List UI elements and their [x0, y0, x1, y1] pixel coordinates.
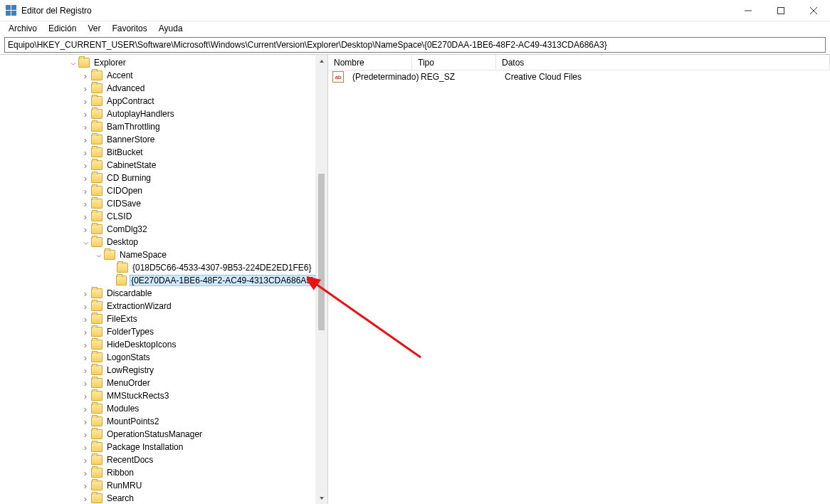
tree-item-label: FolderTypes [105, 326, 155, 337]
expand-icon[interactable] [80, 160, 91, 171]
tree-item[interactable]: BannerStore [0, 133, 315, 146]
expand-icon[interactable] [80, 109, 91, 120]
folder-icon [91, 455, 103, 465]
folder-icon [91, 352, 103, 362]
expand-icon[interactable] [80, 416, 91, 427]
expand-icon[interactable] [80, 493, 91, 504]
expand-icon[interactable] [80, 224, 91, 235]
string-value-icon: ab [332, 71, 344, 83]
tree-item[interactable]: CIDSave [0, 197, 315, 210]
tree-item[interactable]: AppContract [0, 95, 315, 107]
expand-icon[interactable] [80, 199, 91, 209]
col-datos[interactable]: Datos [496, 55, 830, 70]
expand-icon[interactable] [80, 301, 91, 312]
tree-item[interactable]: MenuOrder [0, 377, 315, 389]
expand-icon[interactable] [80, 327, 91, 337]
tree-item[interactable]: RecentDocs [0, 453, 315, 466]
scroll-up-icon[interactable] [315, 55, 327, 67]
collapse-icon[interactable] [80, 237, 91, 247]
tree-item-label: MountPoints2 [105, 416, 160, 427]
tree-item[interactable]: LowRegistry [0, 364, 315, 377]
expand-icon[interactable] [80, 173, 91, 184]
menu-edicion[interactable]: Edición [43, 22, 82, 35]
expand-icon[interactable] [80, 96, 91, 107]
expand-icon[interactable] [80, 314, 91, 325]
expand-icon[interactable] [80, 378, 91, 389]
tree-item[interactable]: CLSID [0, 210, 315, 223]
expand-icon[interactable] [80, 455, 91, 466]
tree-item[interactable]: Search [0, 492, 315, 504]
expand-icon[interactable] [80, 481, 91, 491]
close-button[interactable] [797, 0, 830, 21]
value-row[interactable]: ab (Predeterminado) REG_SZ Creative Clou… [328, 70, 830, 83]
tree-item[interactable]: Explorer [0, 56, 315, 69]
tree-item[interactable]: CD Burning [0, 172, 315, 184]
col-tipo[interactable]: Tipo [412, 55, 496, 70]
expand-icon[interactable] [80, 365, 91, 376]
expand-icon[interactable] [80, 288, 91, 299]
expand-icon[interactable] [80, 211, 91, 222]
expand-icon[interactable] [80, 83, 91, 94]
menu-favoritos[interactable]: Favoritos [106, 22, 152, 35]
expand-icon[interactable] [80, 391, 91, 401]
tree-item-label: FileExts [105, 313, 139, 325]
tree-item[interactable]: Modules [0, 402, 315, 415]
menu-ver[interactable]: Ver [82, 22, 106, 35]
tree-item-label: BannerStore [105, 134, 156, 145]
tree-item[interactable]: LogonStats [0, 351, 315, 364]
tree-item[interactable]: CIDOpen [0, 184, 315, 197]
collapse-icon[interactable] [67, 58, 78, 68]
folder-icon [91, 493, 103, 503]
tree-item[interactable]: Advanced [0, 82, 315, 95]
expand-icon[interactable] [80, 186, 91, 196]
minimize-button[interactable] [732, 0, 765, 21]
tree-item[interactable]: AutoplayHandlers [0, 107, 315, 120]
tree-item[interactable]: ComDlg32 [0, 223, 315, 236]
folder-icon [91, 340, 103, 350]
tree-item[interactable]: CabinetState [0, 159, 315, 172]
folder-icon [91, 378, 103, 388]
tree-item[interactable]: RunMRU [0, 479, 315, 492]
folder-icon [91, 135, 103, 145]
tree-item[interactable]: Ribbon [0, 466, 315, 479]
address-bar[interactable]: Equipo\HKEY_CURRENT_USER\Software\Micros… [4, 37, 826, 53]
menu-ayuda[interactable]: Ayuda [153, 22, 189, 35]
tree-item-label: Desktop [105, 236, 140, 248]
menu-archivo[interactable]: Archivo [3, 22, 43, 35]
expand-icon[interactable] [80, 429, 91, 440]
tree-item[interactable]: ExtractionWizard [0, 300, 315, 313]
expand-icon[interactable] [80, 147, 91, 158]
folder-icon [91, 147, 103, 157]
expand-icon[interactable] [80, 70, 91, 81]
col-nombre[interactable]: Nombre [328, 55, 412, 70]
tree-item[interactable]: {018D5C66-4533-4307-9B53-224DE2ED1FE6} [0, 261, 315, 274]
tree-item[interactable]: Desktop [0, 236, 315, 248]
folder-icon [91, 237, 103, 247]
folder-icon [91, 327, 103, 337]
tree-item[interactable]: Accent [0, 69, 315, 82]
tree-item[interactable]: MMStuckRects3 [0, 389, 315, 402]
tree-item-label: Discardable [105, 288, 153, 299]
expand-icon[interactable] [80, 352, 91, 363]
tree-item[interactable]: BamThrottling [0, 120, 315, 133]
expand-icon[interactable] [80, 340, 91, 350]
expand-icon[interactable] [80, 135, 91, 145]
tree-item[interactable]: {0E270DAA-1BE6-48F2-AC49-4313CDA686A3} [0, 274, 315, 287]
tree-item[interactable]: Discardable [0, 287, 315, 300]
tree-item[interactable]: BitBucket [0, 146, 315, 159]
tree-scrollbar[interactable] [315, 55, 327, 504]
expand-icon[interactable] [80, 468, 91, 478]
tree-item[interactable]: OperationStatusManager [0, 428, 315, 441]
expand-icon[interactable] [80, 404, 91, 414]
tree-item[interactable]: HideDesktopIcons [0, 338, 315, 351]
tree-item[interactable]: Package Installation [0, 441, 315, 453]
maximize-button[interactable] [765, 0, 797, 21]
collapse-icon[interactable] [93, 250, 104, 260]
tree-item[interactable]: FileExts [0, 313, 315, 325]
scroll-down-icon[interactable] [315, 492, 327, 504]
tree-item[interactable]: FolderTypes [0, 325, 315, 338]
tree-item[interactable]: NameSpace [0, 248, 315, 261]
tree-item[interactable]: MountPoints2 [0, 415, 315, 428]
expand-icon[interactable] [80, 122, 91, 132]
expand-icon[interactable] [80, 442, 91, 453]
